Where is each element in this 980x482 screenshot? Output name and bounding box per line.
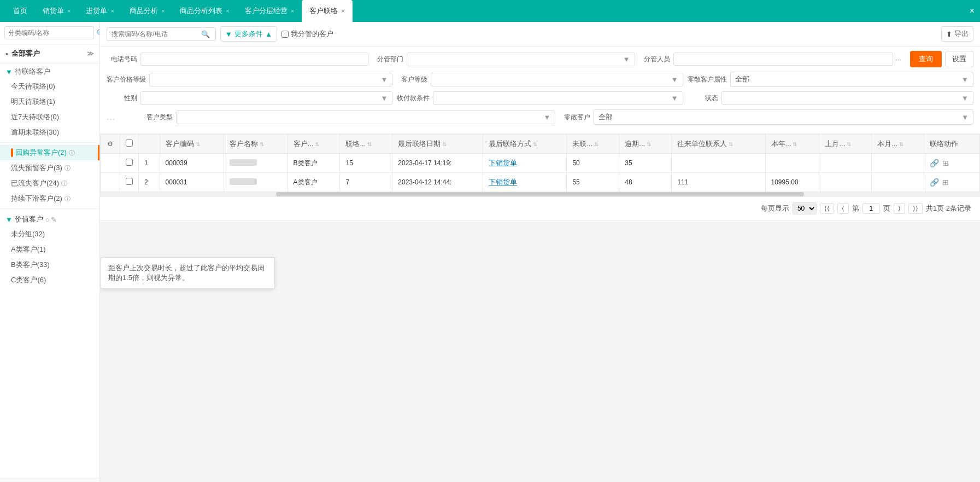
- sidebar-item-7days[interactable]: 近7天待联络(0): [0, 109, 99, 125]
- sidebar-collapse-button[interactable]: ≫: [87, 50, 94, 57]
- sort-icon-last-way[interactable]: ⇅: [533, 141, 537, 147]
- manager-more-icon[interactable]: ···: [895, 55, 901, 63]
- status-select[interactable]: ▼: [721, 91, 973, 105]
- retail-attr-value: 全部: [735, 74, 749, 84]
- tab-customer-contact-close[interactable]: ×: [341, 8, 344, 14]
- retail-customer-label: 零散客户: [560, 113, 590, 122]
- sidebar-group-value[interactable]: ▼ 价值客户 ○ ✎: [0, 211, 99, 227]
- sidebar-item-tomorrow[interactable]: 明天待联络(1): [0, 94, 99, 109]
- group-value-edit-icon[interactable]: ○: [45, 216, 50, 224]
- cell-last-month-1: [819, 173, 872, 192]
- sort-icon-this-year[interactable]: ⇅: [793, 141, 797, 147]
- sort-icon-last-date[interactable]: ⇅: [442, 141, 447, 147]
- search-input[interactable]: [112, 30, 199, 38]
- sidebar-item-overdue[interactable]: 逾期未联络(30): [0, 125, 99, 140]
- sort-icon-category[interactable]: ⇅: [315, 141, 319, 147]
- table-row: 1 000039 B类客户 15 2023-04-17 14:19: 下销货单 …: [101, 154, 980, 173]
- sidebar-search-input[interactable]: [4, 26, 94, 39]
- col-header-last-month: 上月... ⇅: [819, 135, 872, 154]
- row-checkbox-0[interactable]: [126, 159, 133, 166]
- page-input[interactable]: [862, 203, 880, 214]
- last-way-link-0[interactable]: 下销货单: [489, 159, 517, 167]
- phone-input[interactable]: [140, 53, 368, 66]
- per-page-select[interactable]: 50: [793, 202, 817, 214]
- tab-product-analysis-close[interactable]: ×: [161, 8, 165, 14]
- cell-last-way-0[interactable]: 下销货单: [483, 154, 567, 173]
- cell-check-1[interactable]: [120, 173, 139, 192]
- sort-icon-name[interactable]: ⇅: [260, 141, 264, 147]
- sort-icon-not-contact[interactable]: ⇅: [594, 141, 598, 147]
- sidebar-search-icon[interactable]: 🔍: [96, 29, 100, 37]
- sidebar-all-customers-label: 全部客户: [11, 49, 40, 59]
- scroll-thumb[interactable]: [276, 192, 804, 196]
- group-value-settings-icon[interactable]: ✎: [51, 216, 57, 224]
- retail-customer-select[interactable]: 全部 ▼: [594, 109, 973, 125]
- sidebar-item-ungrouped[interactable]: 未分组(32): [0, 227, 99, 242]
- tab-product-list-close[interactable]: ×: [226, 8, 229, 14]
- sidebar-item-ungrouped-label: 未分组(32): [11, 229, 45, 239]
- sidebar-item-churned[interactable]: 已流失客户(24) ⓘ: [0, 176, 99, 191]
- prev-page-button[interactable]: ⟨: [837, 203, 849, 214]
- tab-purchase-order[interactable]: 进货单 ×: [78, 0, 121, 22]
- action-icon-1b[interactable]: ⊞: [942, 178, 949, 187]
- more-dots-row[interactable]: ...: [107, 113, 116, 121]
- col-header-code: 客户编码 ⇅: [160, 135, 224, 154]
- dept-select[interactable]: ▼: [407, 53, 635, 66]
- select-all-checkbox[interactable]: [126, 140, 133, 147]
- tab-purchase-order-close[interactable]: ×: [110, 8, 114, 14]
- price-level-select[interactable]: ▼: [149, 73, 392, 86]
- my-customers-checkbox[interactable]: 我分管的客户: [281, 29, 333, 39]
- tab-product-list[interactable]: 商品分析列表 ×: [172, 0, 237, 22]
- sidebar-item-churn-warning[interactable]: 流失预警客户(3) ⓘ: [0, 160, 99, 176]
- next-page-button[interactable]: ⟩: [894, 203, 905, 214]
- close-all-tabs-button[interactable]: ×: [970, 6, 975, 16]
- tab-product-analysis[interactable]: 商品分析 ×: [122, 0, 172, 22]
- col-header-last-date: 最后联络日期 ⇅: [392, 135, 483, 154]
- horizontal-scrollbar[interactable]: [100, 192, 980, 196]
- more-conditions-button[interactable]: ▼ 更多条件 ▲: [220, 26, 277, 42]
- sort-icon-contacts[interactable]: ⇅: [367, 141, 372, 147]
- sidebar-item-class-b[interactable]: B类客户(33): [0, 257, 99, 272]
- manager-input[interactable]: [673, 53, 893, 66]
- action-icon-1a[interactable]: 🔗: [930, 178, 939, 187]
- setting-button[interactable]: 设置: [945, 51, 973, 67]
- tab-sales-order[interactable]: 销货单 ×: [35, 0, 78, 22]
- customer-type-select[interactable]: ▼: [176, 111, 556, 124]
- customer-level-select[interactable]: ▼: [431, 73, 683, 86]
- sort-icon-this-month[interactable]: ⇅: [899, 141, 903, 147]
- my-customers-label: 我分管的客户: [291, 29, 333, 39]
- row-checkbox-1[interactable]: [126, 178, 133, 185]
- cell-last-way-1[interactable]: 下销货单: [483, 173, 567, 192]
- query-button[interactable]: 查询: [910, 51, 942, 67]
- last-page-button[interactable]: ⟩⟩: [908, 203, 923, 214]
- retail-attr-select[interactable]: 全部 ▼: [730, 72, 973, 87]
- col-header-settings[interactable]: ⚙: [101, 135, 120, 154]
- last-way-link-1[interactable]: 下销货单: [489, 178, 517, 186]
- tab-customer-tier[interactable]: 客户分层经营 ×: [237, 0, 302, 22]
- sidebar-item-today[interactable]: 今天待联络(0): [0, 79, 99, 94]
- sort-icon-last-month[interactable]: ⇅: [847, 141, 851, 147]
- my-customers-input[interactable]: [281, 31, 289, 38]
- sidebar-item-class-c[interactable]: C类客户(6): [0, 272, 99, 288]
- sidebar-item-class-a[interactable]: A类客户(1): [0, 242, 99, 257]
- col-header-check[interactable]: [120, 135, 139, 154]
- sidebar-section-pending[interactable]: ▼ 待联络客户: [0, 63, 99, 79]
- sort-icon-unit-contacts[interactable]: ⇅: [729, 141, 733, 147]
- sidebar-item-declining[interactable]: 持续下滑客户(2) ⓘ: [0, 191, 99, 206]
- tab-customer-tier-close[interactable]: ×: [291, 8, 294, 14]
- tab-sales-order-close[interactable]: ×: [67, 8, 71, 14]
- sort-icon-code[interactable]: ⇅: [196, 141, 200, 147]
- first-page-button[interactable]: ⟨⟨: [820, 203, 834, 214]
- tab-home[interactable]: 首页: [5, 0, 35, 22]
- sidebar-item-class-a-label: A类客户(1): [11, 245, 46, 254]
- export-button[interactable]: ⬆ 导出: [941, 26, 973, 42]
- search-icon[interactable]: 🔍: [201, 30, 210, 38]
- action-icon-0b[interactable]: ⊞: [942, 159, 949, 167]
- sidebar-item-abnormal-repurchase[interactable]: 回购异常客户(2) ⓘ: [0, 145, 99, 160]
- payment-select[interactable]: ▼: [433, 91, 683, 105]
- action-icon-0a[interactable]: 🔗: [930, 159, 939, 167]
- cell-check-0[interactable]: [120, 154, 139, 173]
- sort-icon-overdue[interactable]: ⇅: [647, 141, 651, 147]
- gender-select[interactable]: ▼: [140, 91, 392, 105]
- tab-customer-contact[interactable]: 客户联络 ×: [302, 0, 352, 22]
